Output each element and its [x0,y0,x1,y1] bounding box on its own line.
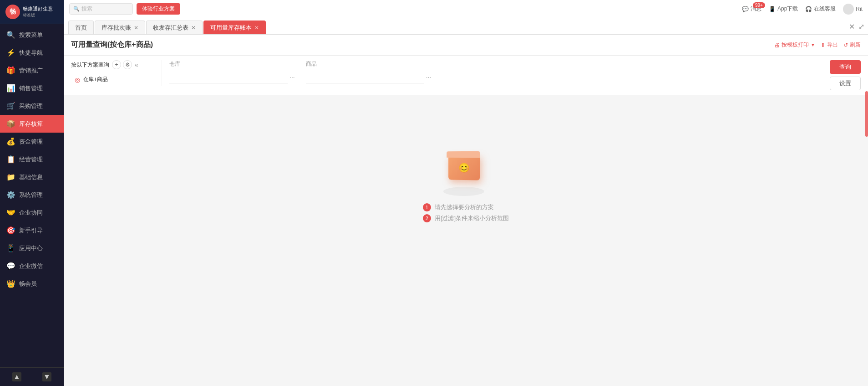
sidebar-item-basic[interactable]: 📁 基础信息 [0,168,64,186]
sidebar-item-newbie[interactable]: 🎯 新手引导 [0,221,64,239]
export-btn[interactable]: ⬆ 导出 [821,41,838,49]
sidebar-item-inventory[interactable]: 📦 库存核算 [0,115,64,133]
message-btn[interactable]: 💬 消息 99+ [742,5,761,13]
filter-warehouse-label: 仓库 [169,60,295,68]
sidebar-item-label-appcenter: 应用中心 [19,244,43,252]
sidebar-item-finance[interactable]: 💰 资金管理 [0,133,64,150]
tab-close-collect_account[interactable]: ✕ [191,25,196,31]
app-download-icon: 📱 [769,6,776,12]
page-header: 可用量查询(按仓库+商品) 🖨 按模板打印 ▼ ⬆ 导出 ↺ 刷新 [64,35,868,56]
tab-collect_account[interactable]: 收发存汇总表✕ [146,21,203,34]
topbar-right: 💬 消息 99+ 📱 App下载 🎧 在线客服 Rit [742,4,863,15]
sidebar-item-label-shortcut: 快捷导航 [19,49,43,57]
empty-box-body: 😊 [448,154,480,180]
page-content: 可用量查询(按仓库+商品) 🖨 按模板打印 ▼ ⬆ 导出 ↺ 刷新 [64,35,868,386]
product-more-btn[interactable]: ··· [426,73,431,81]
sidebar: 畅 畅康通好生意 标准版 🔍 搜索菜单 ⚡ 快捷导航 🎁 营销推广 📊 销售管理… [0,0,64,386]
purchase-icon: 🛒 [6,102,15,110]
tabbar: 首页库存批次账✕收发存汇总表✕可用量库存账本✕ ✕ ⤢ [64,18,868,35]
scheme-settings-btn[interactable]: ⚙ [123,60,132,69]
tab-home[interactable]: 首页 [68,21,94,34]
print-template-label: 按模板打印 [782,41,809,49]
sidebar-item-system[interactable]: ⚙️ 系统管理 [0,186,64,204]
wechat-icon: 💬 [6,262,15,270]
query-buttons: 查询 设置 [826,60,861,90]
sidebar-item-member[interactable]: 👑 畅会员 [0,275,64,293]
search-icon: 🔍 [73,6,80,12]
shortcut-icon: ⚡ [6,48,15,57]
industry-btn[interactable]: 体验行业方案 [137,3,180,15]
sidebar-item-marketing[interactable]: 🎁 营销推广 [0,62,64,79]
add-scheme-btn[interactable]: + [112,60,121,69]
scheme-warehouse-product[interactable]: ◎ 仓库+商品 [71,73,156,86]
print-icon: 🖨 [774,42,780,48]
hint-text-1: 请先选择要分析的方案 [435,203,494,211]
sidebar-item-shortcut[interactable]: ⚡ 快捷导航 [0,44,64,62]
print-template-btn[interactable]: 🖨 按模板打印 ▼ [774,41,815,49]
tab-expand-btn[interactable]: ⤢ [858,22,864,31]
sidebar-item-appcenter[interactable]: 📱 应用中心 [0,239,64,257]
export-icon: ⬆ [821,42,825,48]
app-download-label: App下载 [777,5,798,13]
message-badge: 99+ [753,2,765,8]
hint-text-2: 用[过滤]条件来缩小分析范围 [435,214,509,222]
filter-conditions: 仓库 ··· 商品 ··· [162,60,826,83]
filter-warehouse-group: 仓库 ··· [169,60,295,83]
filter-scheme-icons: + ⚙ [112,60,132,69]
sidebar-item-sales[interactable]: 📊 销售管理 [0,79,64,97]
warehouse-more-btn[interactable]: ··· [289,73,295,81]
refresh-btn[interactable]: ↺ 刷新 [843,41,861,49]
filter-product-label: 商品 [306,60,431,68]
search-placeholder: 搜索 [81,5,92,13]
filter-warehouse-input[interactable] [169,71,288,83]
empty-hint-list: 1 请先选择要分析的方案 2 用[过滤]条件来缩小分析范围 [423,203,509,222]
tab-batch_account[interactable]: 库存批次账✕ [95,21,145,34]
app-download-btn[interactable]: 📱 App下载 [769,5,798,13]
filter-scheme-header: 按以下方案查询 + ⚙ « [71,60,156,69]
empty-hint-2: 2 用[过滤]条件来缩小分析范围 [423,214,509,222]
sidebar-scroll-down[interactable]: ▼ [42,372,51,381]
search-icon: 🔍 [6,31,15,39]
sidebar-item-search[interactable]: 🔍 搜索菜单 [0,26,64,44]
tab-close-available_ledger[interactable]: ✕ [254,25,259,31]
sidebar-item-wechat[interactable]: 💬 企业微信 [0,257,64,275]
enterprise-icon: 🤝 [6,208,15,217]
query-btn[interactable]: 查询 [830,60,861,74]
tab-available_ledger[interactable]: 可用量库存账本✕ [203,21,266,34]
print-dropdown-icon[interactable]: ▼ [811,42,815,47]
topbar: 🔍 搜索 体验行业方案 💬 消息 99+ 📱 App下载 🎧 在线客服 Rit [64,0,868,18]
scheme-collapse-btn[interactable]: « [135,61,138,68]
sidebar-item-label-inventory: 库存核算 [19,120,43,128]
sidebar-logo: 畅 畅康通好生意 标准版 [0,0,64,24]
sidebar-item-enterprise[interactable]: 🤝 企业协同 [0,204,64,221]
page-actions: 🖨 按模板打印 ▼ ⬆ 导出 ↺ 刷新 [774,41,861,49]
sidebar-item-label-basic: 基础信息 [19,173,43,181]
hint-num-2: 2 [423,214,431,222]
sidebar-item-label-sales: 销售管理 [19,84,43,93]
system-icon: ⚙️ [6,190,15,199]
tab-label-available_ledger: 可用量库存账本 [210,24,252,32]
operations-icon: 📋 [6,155,15,164]
logo-text: 畅康通好生意 [23,5,53,12]
tab-close-btn[interactable]: ✕ [849,22,855,31]
sidebar-item-purchase[interactable]: 🛒 采购管理 [0,97,64,115]
online-service-btn[interactable]: 🎧 在线客服 [805,5,836,13]
tab-close-batch_account[interactable]: ✕ [134,25,138,31]
refresh-label: 刷新 [850,41,861,49]
sidebar-scroll-up[interactable]: ▲ [12,372,21,381]
right-scrollbar[interactable] [865,91,868,137]
filter-product-input[interactable] [306,71,424,83]
sidebar-item-label-purchase: 采购管理 [19,102,43,110]
refresh-icon: ↺ [843,42,848,48]
sidebar-item-label-wechat: 企业微信 [19,262,43,270]
sidebar-item-operations[interactable]: 📋 经营管理 [0,150,64,168]
finance-icon: 💰 [6,137,15,146]
user-menu[interactable]: Rit [843,4,863,15]
tab-controls: ✕ ⤢ [849,22,864,31]
basic-icon: 📁 [6,173,15,181]
export-label: 导出 [827,41,838,49]
filter-settings-btn[interactable]: 设置 [830,77,861,90]
empty-illustration: 😊 [439,150,493,196]
tab-label-collect_account: 收发存汇总表 [153,24,188,32]
logo-icon: 畅 [5,5,20,19]
